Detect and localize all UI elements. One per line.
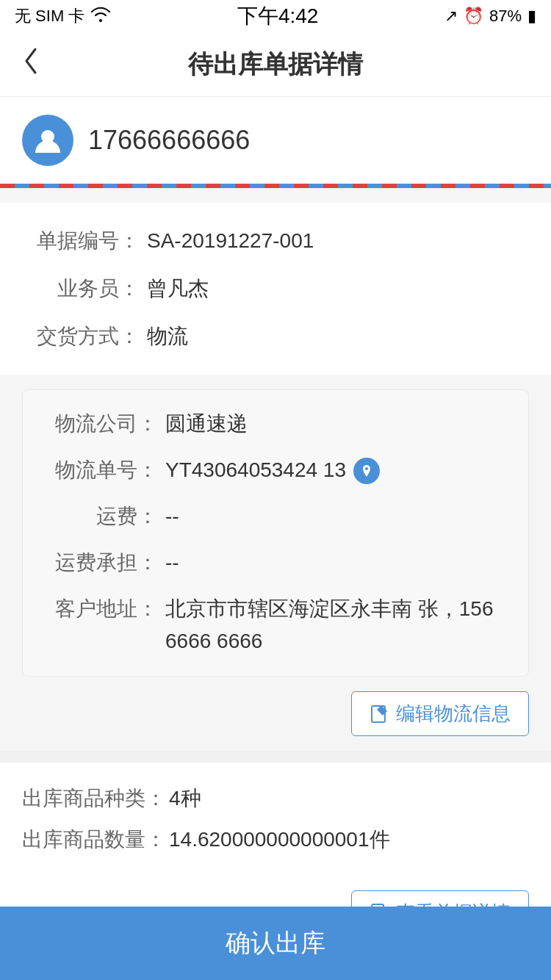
status-right: ↗ ⏰ 87% ▮ (444, 7, 536, 26)
location-status-icon: ↗ (444, 7, 458, 26)
edit-icon (370, 704, 390, 724)
freight-row: 运费： -- (40, 500, 511, 533)
battery-icon: ▮ (527, 7, 536, 26)
salesman-value: 曾凡杰 (140, 273, 529, 306)
status-time: 下午4:42 (237, 2, 319, 30)
dashed-divider (0, 184, 551, 188)
category-value: 4种 (169, 785, 201, 813)
back-button[interactable] (22, 39, 47, 90)
delivery-label: 交货方式： (22, 320, 140, 353)
order-no-label: 单据编号： (22, 225, 140, 258)
address-value: 北京市市辖区海淀区永丰南 张，156 6666 6666 (158, 593, 511, 659)
quantity-value: 14.620000000000001件 (169, 826, 390, 854)
quantity-row: 出库商品数量： 14.620000000000001件 (22, 826, 529, 854)
edit-logistics-button[interactable]: 编辑物流信息 (351, 691, 529, 736)
freight-bear-value: -- (158, 547, 511, 580)
status-bar: 无 SIM 卡 下午4:42 ↗ ⏰ 87% ▮ (0, 0, 551, 32)
battery-text: 87% (489, 7, 522, 26)
status-left: 无 SIM 卡 (15, 5, 111, 27)
order-no-row: 单据编号： SA-20191227-001 (22, 225, 529, 258)
address-label: 客户地址： (40, 593, 158, 626)
category-row: 出库商品种类： 4种 (22, 785, 529, 813)
salesman-row: 业务员： 曾凡杰 (22, 273, 529, 306)
customer-phone: 17666666666 (88, 125, 250, 156)
freight-label: 运费： (40, 500, 158, 533)
section-separator (0, 751, 551, 763)
delivery-value: 物流 (140, 320, 529, 353)
quantity-label: 出库商品数量： (22, 826, 169, 854)
delivery-row: 交货方式： 物流 (22, 320, 529, 353)
logistics-tracking-label: 物流单号： (40, 454, 158, 487)
nav-bar: 待出库单据详情 (0, 32, 551, 97)
logistics-card: 物流公司： 圆通速递 物流单号： YT43064053424 13 运费： --… (22, 389, 529, 677)
freight-bear-label: 运费承担： (40, 547, 158, 580)
order-info-section: 单据编号： SA-20191227-001 业务员： 曾凡杰 交货方式： 物流 (0, 203, 551, 375)
sim-label: 无 SIM 卡 (15, 5, 84, 27)
avatar (22, 115, 73, 166)
freight-bear-row: 运费承担： -- (40, 547, 511, 580)
alarm-icon: ⏰ (464, 7, 483, 26)
salesman-label: 业务员： (22, 273, 140, 306)
edit-btn-row: 编辑物流信息 (0, 691, 551, 751)
freight-value: -- (158, 500, 511, 533)
logistics-company-value: 圆通速递 (158, 408, 511, 441)
logistics-tracking-value: YT43064053424 13 (158, 454, 511, 487)
customer-header: 17666666666 (0, 97, 551, 184)
summary-section: 出库商品种类： 4种 出库商品数量： 14.620000000000001件 (0, 763, 551, 876)
confirm-button-area[interactable]: 确认出库 (0, 907, 551, 980)
confirm-btn-text: 确认出库 (226, 926, 325, 960)
logistics-company-row: 物流公司： 圆通速递 (40, 408, 511, 441)
category-label: 出库商品种类： (22, 785, 169, 813)
tracking-location-icon[interactable] (353, 458, 380, 484)
page-title: 待出库单据详情 (188, 48, 363, 82)
order-no-value: SA-20191227-001 (140, 225, 529, 258)
wifi-icon (90, 6, 111, 26)
address-row: 客户地址： 北京市市辖区海淀区永丰南 张，156 6666 6666 (40, 593, 511, 659)
logistics-tracking-row: 物流单号： YT43064053424 13 (40, 454, 511, 487)
logistics-company-label: 物流公司： (40, 408, 158, 441)
